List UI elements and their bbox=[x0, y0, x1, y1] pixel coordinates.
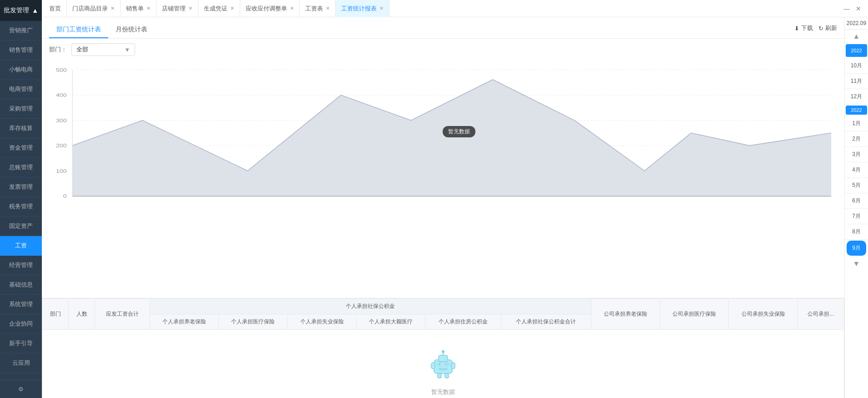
sidebar-item-qytx[interactable]: 企业协同 bbox=[0, 314, 42, 334]
sidebar-item-yyyp[interactable]: 云应用 bbox=[0, 353, 42, 373]
tab-close-store-catalog[interactable]: ✕ bbox=[111, 5, 115, 11]
tab-shop-mgmt[interactable]: 店铺管理 ✕ bbox=[156, 0, 198, 17]
svg-text:400: 400 bbox=[56, 92, 67, 99]
sidebar-item-kche[interactable]: 库存核算 bbox=[0, 119, 42, 138]
sidebar-item-xtgl[interactable]: 系统管理 bbox=[0, 295, 42, 314]
sidebar-item-zzgl[interactable]: 总账管理 bbox=[0, 158, 42, 177]
tab-close-sales[interactable]: ✕ bbox=[146, 5, 151, 11]
gear-icon: ⚙ bbox=[18, 386, 24, 393]
svg-point-20 bbox=[439, 363, 440, 365]
empty-label: 暂无数据 bbox=[431, 388, 455, 396]
date-month-6[interactable]: 6月 bbox=[845, 193, 868, 209]
refresh-icon: ↻ bbox=[818, 25, 823, 32]
tab-close-gen-voucher[interactable]: ✕ bbox=[230, 5, 234, 11]
sidebar-item-cggl[interactable]: 采购管理 bbox=[0, 99, 42, 119]
filter-dept-select[interactable]: 全部 ▼ bbox=[71, 43, 135, 56]
sidebar-toggle-icon: ▲ bbox=[32, 7, 38, 14]
svg-text:200: 200 bbox=[56, 142, 67, 149]
th-dept: 部门 bbox=[42, 299, 69, 330]
svg-point-21 bbox=[446, 363, 448, 365]
close-button[interactable]: ✕ bbox=[854, 5, 863, 13]
tab-payroll-stats[interactable]: 工资统计报表 ✕ bbox=[336, 0, 389, 17]
th-personal-medical: 个人承担医疗保险 bbox=[219, 314, 288, 330]
date-month-3[interactable]: 3月 bbox=[845, 147, 868, 162]
tab-home[interactable]: 首页 bbox=[44, 0, 67, 17]
sidebar-item-jcxx[interactable]: 基础信息 bbox=[0, 275, 42, 295]
sidebar-item-gz[interactable]: 工资 bbox=[0, 236, 42, 256]
th-company-more: 公司承担... bbox=[797, 299, 844, 330]
date-month-11[interactable]: 11月 bbox=[845, 74, 868, 89]
filter-dept-value: 全部 bbox=[76, 45, 88, 54]
tab-store-catalog[interactable]: 门店商品目录 ✕ bbox=[67, 0, 121, 17]
tab-sales[interactable]: 销售单 ✕ bbox=[121, 0, 156, 17]
filter-dept-label: 部门： bbox=[49, 45, 67, 54]
sidebar-item-xcdsc[interactable]: 小畅电商 bbox=[0, 60, 42, 80]
svg-rect-15 bbox=[439, 355, 448, 362]
table-wrapper[interactable]: 部门 人数 应发工资合计 个人承担社保公积金 公司承担养老保险 公司承担医疗保险… bbox=[42, 298, 844, 398]
date-panel-current[interactable]: 2022.09 bbox=[845, 17, 868, 30]
date-year-2022-marker: 2022 bbox=[846, 106, 867, 115]
refresh-button[interactable]: ↻ 刷新 bbox=[818, 24, 837, 32]
svg-text:0: 0 bbox=[63, 193, 67, 199]
date-month-4[interactable]: 4月 bbox=[845, 162, 868, 178]
th-personal-large-medical: 个人承担大额医疗 bbox=[356, 314, 425, 330]
svg-text:300: 300 bbox=[56, 117, 67, 124]
svg-rect-26 bbox=[445, 373, 449, 378]
chart-container: 0 100 200 300 400 500 暂无数据 bbox=[49, 65, 837, 211]
th-personal-total: 个人承担社保公积金合计 bbox=[501, 314, 591, 330]
minimize-button[interactable]: — bbox=[843, 5, 851, 13]
date-panel-up-arrow[interactable]: ▲ bbox=[845, 30, 868, 43]
svg-marker-13 bbox=[72, 80, 831, 196]
sidebar-item-yxty[interactable]: 营销推广 bbox=[0, 21, 42, 40]
window-buttons: — ✕ bbox=[839, 5, 866, 13]
sidebar-item-gdze[interactable]: 固定资产 bbox=[0, 217, 42, 236]
empty-state: 暂无数据 bbox=[47, 333, 839, 398]
sidebar-title: 批发管理 bbox=[4, 6, 29, 15]
sidebar-item-dscgl[interactable]: 电商管理 bbox=[0, 80, 42, 99]
th-company-unemploy: 公司承担失业保险 bbox=[729, 299, 797, 330]
sidebar-item-xsgl[interactable]: 销售管理 bbox=[0, 40, 42, 60]
date-month-1[interactable]: 1月 bbox=[845, 116, 868, 131]
sidebar-item-swgl[interactable]: 税务管理 bbox=[0, 197, 42, 217]
date-year-2022[interactable]: 2022 bbox=[846, 44, 867, 57]
tab-close-adjustment[interactable]: ✕ bbox=[290, 5, 294, 11]
chart-tooltip: 暂无数据 bbox=[443, 126, 475, 137]
date-month-12[interactable]: 12月 bbox=[845, 89, 868, 105]
tabs-bar: 首页 门店商品目录 ✕ 销售单 ✕ 店铺管理 ✕ 生成凭证 ✕ 应收应付调整单 … bbox=[42, 0, 868, 17]
sidebar-item-fpgl[interactable]: 发票管理 bbox=[0, 177, 42, 197]
th-personal-housing: 个人承担住房公积金 bbox=[425, 314, 501, 330]
main-area: 首页 门店商品目录 ✕ 销售单 ✕ 店铺管理 ✕ 生成凭证 ✕ 应收应付调整单 … bbox=[42, 0, 868, 398]
date-month-2[interactable]: 2月 bbox=[845, 131, 868, 147]
download-icon: ⬇ bbox=[794, 25, 799, 32]
dropdown-arrow-icon: ▼ bbox=[124, 46, 130, 53]
tab-close-shop-mgmt[interactable]: ✕ bbox=[188, 5, 192, 11]
chart-svg: 0 100 200 300 400 500 bbox=[49, 65, 837, 211]
sidebar-header[interactable]: 批发管理 ▲ bbox=[0, 0, 42, 21]
date-month-8[interactable]: 8月 bbox=[845, 224, 868, 240]
date-month-9[interactable]: 9月 bbox=[847, 241, 866, 256]
th-count: 人数 bbox=[69, 299, 95, 330]
sidebar-settings[interactable]: ⚙ bbox=[0, 380, 42, 398]
tab-close-payroll-stats[interactable]: ✕ bbox=[379, 5, 384, 11]
sidebar-item-xsyd[interactable]: 新手引导 bbox=[0, 334, 42, 353]
content-area: 部门工资统计表 月份统计表 ⬇ 下载 ↻ 刷新 bbox=[42, 17, 868, 398]
tab-adjustment[interactable]: 应收应付调整单 ✕ bbox=[240, 0, 300, 17]
download-button[interactable]: ⬇ 下载 bbox=[794, 24, 813, 32]
tab-close-payroll[interactable]: ✕ bbox=[326, 5, 330, 11]
sub-tab-month[interactable]: 月份统计表 bbox=[108, 22, 155, 38]
date-month-5[interactable]: 5月 bbox=[845, 178, 868, 193]
sub-tab-dept[interactable]: 部门工资统计表 bbox=[49, 22, 108, 38]
tab-payroll[interactable]: 工资表 ✕ bbox=[300, 0, 336, 17]
date-month-10[interactable]: 10月 bbox=[845, 58, 868, 74]
svg-rect-22 bbox=[439, 368, 448, 370]
date-month-7[interactable]: 7月 bbox=[845, 209, 868, 224]
sub-tabs: 部门工资统计表 月份统计表 ⬇ 下载 ↻ 刷新 bbox=[42, 17, 844, 39]
svg-point-17 bbox=[442, 350, 444, 353]
date-panel-down-arrow[interactable]: ▼ bbox=[845, 257, 868, 271]
th-company-medical: 公司承担医疗保险 bbox=[660, 299, 729, 330]
tab-gen-voucher[interactable]: 生成凭证 ✕ bbox=[198, 0, 240, 17]
sidebar-item-jygl[interactable]: 经营管理 bbox=[0, 256, 42, 275]
sidebar-item-zjgl[interactable]: 资金管理 bbox=[0, 138, 42, 158]
svg-text:500: 500 bbox=[56, 67, 67, 73]
chart-area: 0 100 200 300 400 500 暂无数据 bbox=[42, 60, 844, 298]
